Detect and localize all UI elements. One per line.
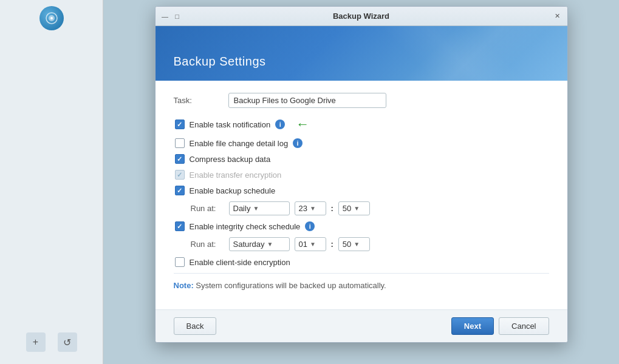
note-content: System configurations will be backed up … (194, 281, 386, 290)
enable-backup-schedule-row: Enable backup schedule (174, 186, 549, 195)
main-area: — □ Backup Wizard ✕ Backup Settings Task… (103, 0, 619, 364)
close-button[interactable]: ✕ (553, 12, 563, 21)
add-button[interactable]: + (26, 332, 46, 352)
dialog-title: Backup Settings (174, 55, 266, 69)
run-at-2-minute-dropdown[interactable]: 50 ▼ (338, 237, 370, 251)
desktop: + ↺ — □ Backup Wizard ✕ Backup Settings (0, 0, 619, 364)
enable-task-notification-row: Enable task notification i ← (174, 116, 549, 132)
window-title: Backup Wizard (333, 12, 389, 21)
enable-file-change-detail-log-label: Enable file change detail log (190, 139, 289, 148)
run-at-2-minute-arrow: ▼ (354, 241, 360, 248)
enable-integrity-check-schedule-label: Enable integrity check schedule (190, 222, 301, 231)
backup-wizard-dialog: — □ Backup Wizard ✕ Backup Settings Task… (155, 6, 568, 343)
enable-file-change-detail-log-checkbox[interactable] (175, 138, 185, 148)
run-at-1-frequency-dropdown[interactable]: Daily ▼ (229, 201, 290, 215)
run-at-2-hour-arrow: ▼ (310, 241, 316, 248)
enable-task-notification-checkbox[interactable] (175, 120, 185, 129)
colon-1: : (331, 204, 333, 213)
footer-right: Next Cancel (451, 317, 549, 335)
run-at-2-row: Run at: Saturday ▼ 01 ▼ : 50 ▼ (174, 237, 549, 251)
run-at-1-label: Run at: (191, 204, 224, 213)
run-at-1-frequency-arrow: ▼ (253, 205, 259, 212)
run-at-1-minute-value: 50 (343, 204, 351, 213)
run-at-1-hour-arrow: ▼ (310, 205, 316, 212)
enable-task-notification-label: Enable task notification (190, 120, 271, 129)
run-at-2-frequency-dropdown[interactable]: Saturday ▼ (229, 237, 290, 251)
compress-backup-data-checkbox[interactable] (175, 154, 185, 164)
enable-integrity-check-schedule-row: Enable integrity check schedule i (174, 221, 549, 231)
run-at-2-frequency-arrow: ▼ (267, 241, 273, 248)
enable-client-side-encryption-label: Enable client-side encryption (190, 258, 290, 267)
sidebar: + ↺ (0, 0, 103, 364)
minimize-button[interactable]: — (160, 12, 170, 21)
enable-client-side-encryption-row: Enable client-side encryption (174, 257, 549, 267)
enable-backup-schedule-checkbox[interactable] (175, 186, 185, 195)
history-button[interactable]: ↺ (58, 332, 77, 352)
colon-2: : (331, 240, 333, 249)
app-icon (39, 6, 64, 30)
task-input[interactable] (228, 93, 386, 108)
compress-backup-data-label: Compress backup data (190, 155, 271, 164)
back-button[interactable]: Back (174, 317, 217, 335)
enable-transfer-encryption-checkbox[interactable] (175, 170, 185, 180)
enable-file-change-detail-log-row: Enable file change detail log i (174, 138, 549, 148)
task-row: Task: (174, 93, 549, 108)
enable-transfer-encryption-row: Enable transfer encryption (174, 170, 549, 180)
run-at-1-frequency-value: Daily (233, 204, 251, 213)
enable-integrity-check-schedule-info-icon[interactable]: i (305, 221, 315, 231)
green-arrow-icon: ← (296, 116, 309, 132)
enable-integrity-check-schedule-checkbox[interactable] (175, 221, 185, 231)
sidebar-bottom: + ↺ (20, 326, 83, 358)
dialog-header: Backup Settings (156, 26, 567, 81)
maximize-button[interactable]: □ (173, 12, 182, 21)
task-label: Task: (174, 96, 228, 105)
titlebar-right-controls: ✕ (553, 12, 563, 21)
dialog-content: Task: Enable task notification i ← Enabl… (156, 81, 567, 309)
run-at-1-hour-value: 23 (299, 204, 307, 213)
run-at-2-minute-value: 50 (343, 240, 351, 249)
run-at-2-hour-value: 01 (299, 240, 307, 249)
enable-file-change-detail-log-info-icon[interactable]: i (293, 138, 303, 148)
note-section: Note: System configurations will be back… (174, 273, 549, 297)
dialog-footer: Back Next Cancel (156, 309, 567, 342)
note-label: Note: (174, 281, 194, 290)
run-at-2-frequency-value: Saturday (233, 240, 265, 249)
titlebar-left-controls: — □ (160, 12, 182, 21)
svg-point-2 (50, 17, 53, 19)
run-at-2-label: Run at: (191, 240, 224, 249)
run-at-1-minute-arrow: ▼ (354, 205, 360, 212)
run-at-1-row: Run at: Daily ▼ 23 ▼ : 50 ▼ (174, 201, 549, 215)
cancel-button[interactable]: Cancel (499, 317, 549, 335)
run-at-1-hour-dropdown[interactable]: 23 ▼ (295, 201, 326, 215)
enable-task-notification-info-icon[interactable]: i (275, 120, 285, 129)
compress-backup-data-row: Compress backup data (174, 154, 549, 164)
run-at-1-minute-dropdown[interactable]: 50 ▼ (338, 201, 370, 215)
note-text: Note: System configurations will be back… (174, 281, 386, 290)
enable-client-side-encryption-checkbox[interactable] (175, 257, 185, 267)
enable-transfer-encryption-label: Enable transfer encryption (190, 170, 282, 180)
next-button[interactable]: Next (451, 317, 494, 335)
run-at-2-hour-dropdown[interactable]: 01 ▼ (295, 237, 326, 251)
arrow-container: ← (290, 116, 309, 132)
titlebar: — □ Backup Wizard ✕ (156, 7, 567, 26)
enable-backup-schedule-label: Enable backup schedule (190, 186, 276, 195)
